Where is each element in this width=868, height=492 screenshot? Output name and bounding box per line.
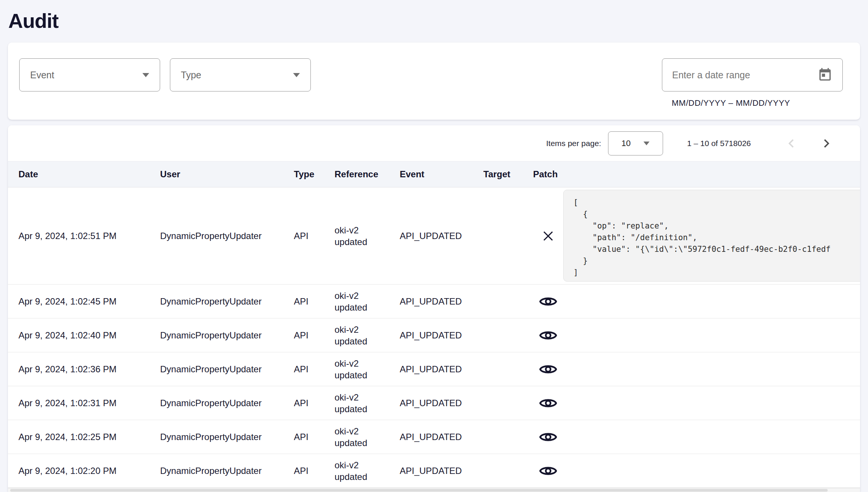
cell-event: API_UPDATED — [400, 230, 483, 242]
cell-type: API — [294, 296, 335, 307]
cell-reference: oki-v2 updated — [335, 224, 400, 248]
page-size-select[interactable]: 10 — [608, 131, 663, 155]
cell-user: DynamicPropertyUpdater — [160, 329, 294, 341]
cell-patch-preview: [ { "op": "replace", "path": "/definitio… — [563, 187, 860, 284]
table-header: DateUserTypeReferenceEventTargetPatch — [8, 161, 860, 187]
view-patch-button[interactable] — [538, 326, 558, 345]
chevron-down-icon — [643, 142, 649, 145]
cell-reference: oki-v2 updated — [335, 391, 400, 415]
paginator: Items per page: 10 1 – 10 of 5718026 — [8, 125, 860, 161]
cell-patch-preview — [563, 454, 860, 487]
cell-patch — [533, 427, 563, 447]
cell-date: Apr 9, 2024, 1:02:20 PM — [18, 465, 160, 477]
cell-user: DynamicPropertyUpdater — [160, 465, 294, 477]
date-format-hint: MM/DD/YYYY – MM/DD/YYYY — [672, 98, 790, 108]
cell-patch-preview — [563, 318, 860, 352]
items-per-page-label: Items per page: — [546, 139, 601, 148]
column-header-type: Type — [294, 169, 335, 180]
cell-reference: oki-v2 updated — [335, 459, 400, 483]
hide-patch-button[interactable] — [538, 226, 558, 246]
view-patch-button[interactable] — [538, 292, 558, 311]
cell-patch-preview — [563, 352, 860, 386]
cell-user: DynamicPropertyUpdater — [160, 230, 294, 242]
table-row: Apr 9, 2024, 1:02:40 PMDynamicPropertyUp… — [8, 318, 860, 352]
chevron-left-icon — [785, 137, 798, 150]
column-header-patch: Patch — [533, 169, 563, 180]
cell-patch — [533, 359, 563, 379]
view-patch-button[interactable] — [538, 359, 558, 379]
cell-type: API — [294, 465, 335, 477]
event-filter-label: Event — [30, 70, 54, 81]
cell-user: DynamicPropertyUpdater — [160, 431, 294, 443]
scrollbar-thumb[interactable] — [10, 489, 828, 492]
cell-date: Apr 9, 2024, 1:02:45 PM — [18, 296, 160, 307]
chevron-down-icon — [142, 73, 149, 77]
calendar-icon — [818, 67, 833, 82]
date-range-input[interactable]: Enter a date range — [662, 58, 843, 91]
cell-reference: oki-v2 updated — [335, 425, 400, 449]
table-row: Apr 9, 2024, 1:02:45 PMDynamicPropertyUp… — [8, 285, 860, 318]
cell-event: API_UPDATED — [400, 397, 483, 409]
type-filter-label: Type — [181, 70, 201, 81]
cell-type: API — [294, 363, 335, 375]
column-header-target: Target — [483, 169, 533, 180]
chevron-right-icon — [820, 137, 833, 150]
cell-event: API_UPDATED — [400, 296, 483, 307]
cell-patch-preview — [563, 420, 860, 454]
table-row: Apr 9, 2024, 1:02:36 PMDynamicPropertyUp… — [8, 352, 860, 386]
cell-user: DynamicPropertyUpdater — [160, 397, 294, 409]
view-patch-button[interactable] — [538, 461, 558, 481]
cell-reference: oki-v2 updated — [335, 358, 400, 381]
cell-date: Apr 9, 2024, 1:02:25 PM — [18, 431, 160, 443]
view-patch-button[interactable] — [538, 393, 558, 413]
cell-type: API — [294, 230, 335, 242]
cell-patch-preview — [563, 285, 860, 318]
cell-date: Apr 9, 2024, 1:02:51 PM — [18, 230, 160, 242]
horizontal-scrollbar[interactable] — [8, 488, 860, 492]
cell-event: API_UPDATED — [400, 363, 483, 375]
cell-event: API_UPDATED — [400, 465, 483, 477]
eye-icon — [539, 328, 557, 343]
cell-patch — [533, 393, 563, 413]
patch-json-box: [ { "op": "replace", "path": "/definitio… — [563, 190, 860, 282]
close-icon — [541, 229, 555, 243]
cell-reference: oki-v2 updated — [335, 324, 400, 347]
cell-patch — [533, 292, 563, 311]
audit-table-card: Items per page: 10 1 – 10 of 5718026 Dat… — [8, 125, 860, 492]
filter-card: Event Type Enter a date range MM/DD/YYYY… — [8, 43, 860, 120]
cell-reference: oki-v2 updated — [335, 290, 400, 313]
patch-json: [ { "op": "replace", "path": "/definitio… — [573, 197, 860, 279]
cell-type: API — [294, 397, 335, 409]
table-body: Apr 9, 2024, 1:02:51 PMDynamicPropertyUp… — [8, 187, 860, 488]
type-filter-select[interactable]: Type — [170, 58, 311, 91]
chevron-down-icon — [293, 73, 300, 77]
column-header-event: Event — [400, 169, 483, 180]
page-size-value: 10 — [621, 139, 630, 148]
cell-event: API_UPDATED — [400, 431, 483, 443]
cell-type: API — [294, 329, 335, 341]
datepicker-toggle-button[interactable] — [817, 67, 833, 83]
cell-patch — [533, 461, 563, 481]
cell-date: Apr 9, 2024, 1:02:36 PM — [18, 363, 160, 375]
column-header-user: User — [160, 169, 294, 180]
eye-icon — [539, 464, 557, 478]
cell-event: API_UPDATED — [400, 329, 483, 341]
next-page-button[interactable] — [817, 134, 835, 152]
cell-user: DynamicPropertyUpdater — [160, 296, 294, 307]
cell-patch — [533, 226, 563, 246]
cell-date: Apr 9, 2024, 1:02:31 PM — [18, 397, 160, 409]
cell-type: API — [294, 431, 335, 443]
event-filter-select[interactable]: Event — [19, 58, 160, 91]
table-row: Apr 9, 2024, 1:02:31 PMDynamicPropertyUp… — [8, 386, 860, 420]
page-title: Audit — [8, 9, 58, 32]
view-patch-button[interactable] — [538, 427, 558, 447]
table-row: Apr 9, 2024, 1:02:51 PMDynamicPropertyUp… — [8, 187, 860, 285]
eye-icon — [539, 294, 557, 309]
table-row: Apr 9, 2024, 1:02:25 PMDynamicPropertyUp… — [8, 420, 860, 454]
column-header-reference: Reference — [335, 169, 400, 180]
eye-icon — [539, 362, 557, 376]
eye-icon — [539, 396, 557, 410]
eye-icon — [539, 430, 557, 444]
cell-patch-preview — [563, 386, 860, 420]
previous-page-button[interactable] — [782, 134, 801, 152]
